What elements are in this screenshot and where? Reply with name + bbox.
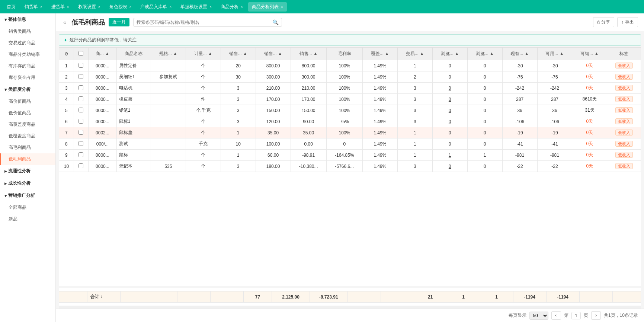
col-settings[interactable]: ⚙	[59, 48, 74, 60]
cell-view1[interactable]: 0	[432, 138, 467, 150]
sidebar-item-stock-funds[interactable]: 库存资金占用	[0, 72, 55, 83]
col-name[interactable]: 商品名称	[116, 48, 151, 60]
cell-view1[interactable]: 0	[432, 83, 467, 94]
row-checkbox[interactable]	[79, 108, 83, 112]
col-view2[interactable]: 浏览... ▲	[467, 48, 502, 60]
col-spec[interactable]: 规格... ▲	[151, 48, 186, 60]
cell-checkbox[interactable]	[74, 94, 88, 105]
col-sellable[interactable]: 可销... ▲	[572, 48, 607, 60]
horizontal-scrollbar[interactable]	[59, 306, 641, 309]
nav-product-analysis[interactable]: 商品分析 ×	[217, 2, 247, 12]
col-unit[interactable]: 计量... ▲	[186, 48, 221, 60]
close-icon[interactable]: ×	[209, 5, 212, 9]
sidebar-group-overall[interactable]: ▾ 整体信息	[0, 13, 55, 26]
select-all-checkbox[interactable]	[79, 51, 83, 56]
col-checkbox[interactable]	[74, 48, 88, 60]
row-checkbox[interactable]	[79, 85, 83, 90]
cell-view1[interactable]: 0	[432, 116, 467, 127]
cell-checkbox[interactable]	[74, 127, 88, 138]
sidebar-group-flow[interactable]: ▸ 流通性分析	[0, 165, 55, 177]
col-sales-price[interactable]: 销售... ▲	[256, 48, 291, 60]
close-icon[interactable]: ×	[98, 5, 100, 9]
nav-product-entry[interactable]: 产成品入库单 ×	[137, 2, 175, 12]
col-view1[interactable]: 浏览... ▲	[432, 48, 467, 60]
view-count[interactable]: 0	[449, 86, 451, 91]
sidebar-item-in-stock[interactable]: 有库存的商品	[0, 60, 55, 72]
data-table-container[interactable]: ⚙ 商... ▲ 商品名称 规格... ▲ 计量... ▲ 销售... ▲ 销售…	[59, 47, 641, 286]
close-icon[interactable]: ×	[169, 5, 172, 9]
cell-checkbox[interactable]	[74, 105, 88, 116]
sidebar-item-sales-goods[interactable]: 销售类商品	[0, 26, 55, 37]
close-icon[interactable]: ×	[281, 5, 283, 9]
cell-checkbox[interactable]	[74, 161, 88, 172]
sidebar-group-cluster[interactable]: ▾ 类群度分析	[0, 83, 55, 96]
sidebar-item-category-rate[interactable]: 商品分类助销率	[0, 49, 55, 60]
nav-role-auth[interactable]: 角色授权 ×	[106, 2, 135, 12]
view-count[interactable]: 1	[449, 153, 451, 158]
cell-view1[interactable]: 0	[432, 94, 467, 105]
view-count[interactable]: 0	[449, 108, 451, 113]
col-tag[interactable]: 标签	[607, 48, 641, 60]
sidebar-item-new-goods[interactable]: 新品	[0, 213, 55, 225]
sidebar-item-all-goods[interactable]: 全部商品	[0, 202, 55, 213]
row-checkbox[interactable]	[79, 130, 83, 135]
row-checkbox[interactable]	[79, 63, 83, 68]
sidebar-item-low-margin[interactable]: 低毛利商品	[0, 153, 55, 165]
sidebar-item-high-value[interactable]: 高价值商品	[0, 96, 55, 107]
view-count[interactable]: 0	[449, 97, 451, 102]
cell-view1[interactable]: 0	[432, 105, 467, 116]
nav-permissions[interactable]: 权限设置 ×	[74, 2, 104, 12]
export-button[interactable]: ↑ 导出	[617, 17, 638, 27]
col-gross-margin[interactable]: 毛利率	[326, 48, 362, 60]
collapse-button[interactable]: «	[62, 19, 68, 25]
nav-home[interactable]: 首页	[3, 2, 19, 12]
view-count[interactable]: 0	[449, 164, 451, 169]
cell-view1[interactable]: 0	[432, 71, 467, 83]
cell-view1[interactable]: 0	[432, 161, 467, 172]
sidebar-group-growth[interactable]: ▸ 成长性分析	[0, 177, 55, 189]
prev-page-button[interactable]: ＜	[551, 311, 561, 320]
cell-view1[interactable]: 0	[432, 60, 467, 71]
cell-checkbox[interactable]	[74, 150, 88, 161]
sidebar-group-marketing[interactable]: ▾ 营销推广分析	[0, 189, 55, 202]
col-current-stock[interactable]: 现有... ▲	[502, 48, 537, 60]
cell-checkbox[interactable]	[74, 138, 88, 150]
col-sales-profit[interactable]: 销售... ▲	[291, 48, 326, 60]
sidebar-item-high-margin[interactable]: 高毛利商品	[0, 142, 55, 153]
cell-checkbox[interactable]	[74, 83, 88, 94]
filter-recent-month-button[interactable]: 近一月	[109, 18, 129, 26]
sidebar-item-high-coverage[interactable]: 高覆盖度商品	[0, 119, 55, 130]
view-count[interactable]: 0	[449, 119, 451, 124]
row-checkbox[interactable]	[79, 152, 83, 157]
col-available[interactable]: 可用... ▲	[537, 48, 572, 60]
view-count[interactable]: 0	[449, 130, 451, 136]
close-icon[interactable]: ×	[241, 5, 243, 9]
col-coverage[interactable]: 覆盖... ▲	[362, 48, 397, 60]
view-count[interactable]: 0	[449, 74, 451, 80]
nav-template-settings[interactable]: 单据模板设置 ×	[177, 2, 215, 12]
col-sales-qty[interactable]: 销售... ▲	[221, 48, 256, 60]
cell-view1[interactable]: 0	[432, 127, 467, 138]
search-icon[interactable]: 🔍	[272, 19, 279, 25]
sidebar-item-low-coverage[interactable]: 低覆盖度商品	[0, 130, 55, 142]
row-checkbox[interactable]	[79, 96, 83, 101]
col-code[interactable]: 商... ▲	[89, 48, 117, 60]
cell-view1[interactable]: 1	[432, 150, 467, 161]
sidebar-item-traded-goods[interactable]: 交易过的商品	[0, 37, 55, 49]
cell-checkbox[interactable]	[74, 116, 88, 127]
nav-product-analysis-list[interactable]: 商品分析列表 ×	[248, 2, 287, 12]
col-trade-count[interactable]: 交易... ▲	[397, 48, 432, 60]
row-checkbox[interactable]	[79, 74, 83, 79]
close-icon[interactable]: ×	[40, 5, 42, 9]
sidebar-item-low-value[interactable]: 低价值商品	[0, 107, 55, 119]
row-checkbox[interactable]	[79, 141, 83, 146]
cell-checkbox[interactable]	[74, 71, 88, 83]
close-icon[interactable]: ×	[129, 5, 132, 9]
cell-checkbox[interactable]	[74, 60, 88, 71]
row-checkbox[interactable]	[79, 119, 83, 124]
nav-sales-order[interactable]: 销货单 ×	[21, 2, 46, 12]
per-page-select[interactable]: 50 100 200	[529, 312, 548, 320]
nav-purchase-order[interactable]: 进货单 ×	[48, 2, 73, 12]
view-count[interactable]: 0	[449, 141, 451, 147]
view-count[interactable]: 0	[449, 63, 451, 68]
